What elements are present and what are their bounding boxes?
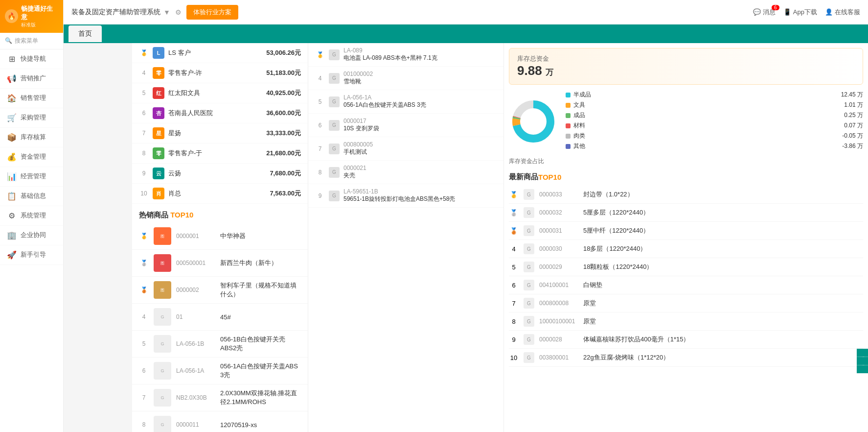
new-product-icon-10: G (524, 352, 534, 363)
settings-icon[interactable]: ⚙ (175, 8, 182, 16)
sidebar-item-basic-info[interactable]: 📋 基础信息 (0, 187, 63, 206)
notification-button[interactable]: 💬 消息 6 (753, 8, 776, 17)
legend-name-2: 文具 (573, 101, 841, 109)
new-product-icon-9: G (524, 334, 534, 345)
new-product-9: 9 G 0000028 体碱嘉核味苏打饮品400毫升（1*15） (509, 331, 863, 349)
product-rank-num-4: 6 (315, 122, 325, 129)
rank-amount-2: 51,183.00元 (266, 69, 301, 77)
legend-item-1: 半成品 12.45 万 (566, 91, 863, 99)
new-product-rank-7: 7 (509, 300, 519, 307)
rank-amount-5: 33,333.00元 (266, 129, 301, 138)
legend-name-6: 其他 (573, 142, 839, 150)
logo-sub-text: 标准版 (21, 22, 58, 28)
app-download-button[interactable]: 📱 App下载 (783, 8, 817, 17)
system-name: 装备及固定资产辅助管理系统 ▼ ⚙ (71, 8, 182, 17)
legend-value-4: 0.07 万 (844, 121, 863, 130)
sidebar-item-enterprise[interactable]: 🏢 企业协同 (0, 226, 63, 245)
sidebar-item-sales[interactable]: 🏠 销售管理 (0, 89, 63, 108)
online-service-button[interactable]: 👤 在线客服 (825, 8, 860, 17)
rank-amount-4: 36,600.00元 (266, 109, 301, 118)
new-product-name-9: 体碱嘉核味苏打饮品400毫升（1*15） (583, 335, 863, 344)
main-content: 装备及固定资产辅助管理系统 ▼ ⚙ 体验行业方案 💬 消息 6 📱 App下载 … (64, 0, 868, 432)
product-rank-num-7: 9 (315, 192, 325, 199)
right-stats-panel: 库存总资金 9.88 万 (504, 43, 868, 432)
hot-product-img-1: 图 (154, 227, 171, 245)
sidebar-item-finance[interactable]: 💰 资金管理 (0, 147, 63, 167)
trial-button[interactable]: 体验行业方案 (186, 5, 238, 20)
new-product-icon-2: G (524, 207, 534, 218)
rank-name-6: 零售客户-于 (168, 149, 262, 158)
search-menu[interactable]: 🔍 搜索菜单 (0, 33, 63, 49)
logo-icon: 🔥 (5, 9, 18, 23)
rank-num-5: 7 (139, 130, 149, 137)
inventory-card: 库存总资金 9.88 万 (509, 48, 863, 85)
new-product-medal-1: 🥇 (509, 191, 519, 198)
legend-item-6: 其他 -3.86 万 (566, 142, 863, 150)
product-rank-num-6: 8 (315, 169, 325, 176)
product-icon-3: G (329, 96, 340, 107)
rank-amount-1: 53,006.26元 (266, 48, 301, 57)
new-product-medal-3: 🥉 (509, 227, 519, 235)
float-btn-live[interactable]: 直播 (857, 365, 868, 373)
nav-tabs: 首页 (64, 24, 868, 43)
sidebar-logo: 🔥 畅捷通好生意 标准版 (0, 0, 63, 33)
float-btn-community[interactable]: 服务社区 (857, 357, 868, 365)
new-product-rank-8: 8 (509, 318, 519, 325)
new-product-code-10: 003800001 (539, 354, 578, 361)
hot-product-code-4: 01 (176, 313, 215, 320)
rank-num-2: 4 (139, 70, 149, 76)
inventory-icon: 📦 (7, 133, 17, 142)
new-product-name-3: 5厘中纤（1220*2440） (583, 226, 863, 235)
new-product-code-9: 0000028 (539, 336, 578, 343)
rank-name-7: 云扬 (168, 169, 266, 178)
product-info-5: 000800005 手机测试 (343, 141, 497, 156)
legend-dot-5 (566, 134, 571, 139)
legend-dot-2 (566, 103, 571, 108)
tab-home[interactable]: 首页 (69, 25, 102, 42)
product-icon-5: G (329, 144, 340, 154)
sidebar-item-guide[interactable]: 🚀 新手引导 (0, 245, 63, 265)
product-info-4: 0000017 10S 变刹罗袋 (343, 118, 497, 133)
new-product-code-8: 10000100001 (539, 318, 578, 325)
float-btn-service[interactable]: 客服热线 (857, 349, 868, 357)
hot-product-4: 4 G 01 45# (132, 304, 308, 331)
new-product-4: 4 G 0000030 18多层（1220*2440） (509, 240, 863, 258)
customer-rank-panel: 🥇 L LS 客户 53,006.26元 4 零 零售客户-许 51,183.0… (132, 43, 308, 432)
rank-avatar-1: L (153, 47, 164, 59)
sidebar-nav: ⊞ 快捷导航 📢 营销推广 🏠 销售管理 🛒 采购管理 📦 库存核算 💰 资金管… (0, 49, 63, 432)
sidebar-item-operation[interactable]: 📊 经营管理 (0, 167, 63, 187)
sidebar-item-quick-nav[interactable]: ⊞ 快捷导航 (0, 49, 63, 69)
rank-avatar-4: 杏 (153, 107, 164, 119)
hot-product-3: 🥉 图 0000002 智利车子里（规格不知道填什么） (132, 277, 308, 304)
new-product-name-8: 原堂 (583, 317, 863, 326)
notification-badge: 6 (772, 5, 779, 10)
sidebar-item-label: 新手引导 (21, 250, 46, 259)
product-info-1: LA-089 电池盖 LA-089 ABS本色+黑种 7.1克 (343, 47, 497, 62)
new-product-icon-4: G (524, 243, 534, 254)
quick-nav-icon: ⊞ (7, 54, 17, 64)
hot-product-name-1: 中华神器 (220, 232, 301, 240)
product-rank-item-3: 5 G LA-056-1A 056-1A白色按键开关盖ABS 3壳 (308, 90, 503, 114)
new-products-badge: TOP10 (538, 173, 561, 181)
rank-item-2: 4 零 零售客户-许 51,183.00元 (132, 63, 308, 83)
rank-num-3: 5 (139, 90, 149, 96)
left-panel (64, 43, 132, 432)
hot-product-5: 5 G LA-056-1B 056-1B白色按键开关壳ABS2壳 (132, 331, 308, 358)
product-rank-item-2: 4 G 001000002 雪地靴 (308, 67, 503, 90)
search-menu-label: 搜索菜单 (15, 37, 38, 45)
sidebar-item-inventory[interactable]: 📦 库存核算 (0, 128, 63, 147)
rank-item-7: 9 云 云扬 7,680.00元 (132, 164, 308, 184)
sidebar-item-marketing[interactable]: 📢 营销推广 (0, 69, 63, 89)
hot-rank-num-6: 6 (139, 367, 149, 374)
new-product-name-4: 18多层（1220*2440） (583, 244, 863, 253)
sidebar-item-purchase[interactable]: 🛒 采购管理 (0, 108, 63, 128)
legend-item-3: 成品 0.25 万 (566, 111, 863, 120)
logo-text: 畅捷通好生意 标准版 (21, 5, 58, 28)
system-dropdown-icon[interactable]: ▼ (163, 8, 170, 16)
product-icon-7: G (329, 191, 340, 201)
sidebar-item-system[interactable]: ⚙ 系统管理 (0, 206, 63, 226)
new-product-rank-4: 4 (509, 245, 519, 253)
legend-value-1: 12.45 万 (841, 91, 863, 99)
hot-product-name-8: 12070519-xs (220, 421, 301, 429)
product-rank-medal-1: 🥇 (315, 51, 325, 58)
